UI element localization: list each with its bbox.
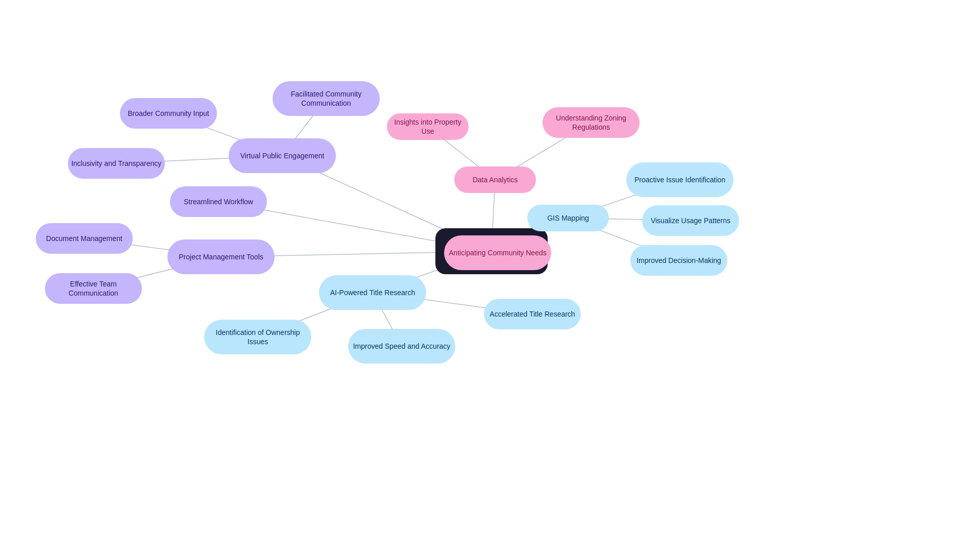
node-data_analytics[interactable]: Data Analytics — [454, 166, 536, 193]
node-broader_community_input[interactable]: Broader Community Input — [120, 98, 217, 129]
node-improved_decision_making[interactable]: Improved Decision-Making — [630, 245, 727, 276]
node-accelerated_title_research[interactable]: Accelerated Title Research — [484, 299, 581, 329]
node-project_management_tools[interactable]: Project Management Tools — [167, 239, 275, 274]
node-label-effective_team_communication: Effective Team Communication — [45, 279, 142, 298]
node-streamlined_workflow[interactable]: Streamlined Workflow — [170, 186, 267, 217]
node-label-project_management_tools: Project Management Tools — [177, 252, 265, 261]
node-visualize_usage_patterns[interactable]: Visualize Usage Patterns — [642, 205, 739, 236]
node-document_management[interactable]: Document Management — [36, 223, 133, 254]
node-label-facilitated_community_communication: Facilitated Community Communication — [273, 89, 380, 108]
node-label-identification_of_ownership_issues: Identification of Ownership Issues — [204, 328, 311, 346]
node-label-inclusivity_and_transparency: Inclusivity and Transparency — [69, 159, 164, 168]
node-label-virtual_public_engagement: Virtual Public Engagement — [238, 151, 327, 160]
node-label-improved_speed_and_accuracy: Improved Speed and Accuracy — [351, 342, 453, 351]
node-label-broader_community_input: Broader Community Input — [126, 109, 211, 118]
node-label-ai_powered_title_research: AI-Powered Title Research — [328, 288, 418, 297]
node-label-understanding_zoning_regulations: Understanding Zoning Regulations — [543, 113, 640, 132]
node-label-anticipating_community_needs: Anticipating Community Needs — [447, 248, 548, 257]
node-label-streamlined_workflow: Streamlined Workflow — [182, 197, 255, 206]
node-anticipating_community_needs[interactable]: Anticipating Community Needs — [444, 235, 551, 270]
node-virtual_public_engagement[interactable]: Virtual Public Engagement — [229, 138, 336, 173]
node-inclusivity_and_transparency[interactable]: Inclusivity and Transparency — [68, 148, 165, 179]
node-label-data_analytics: Data Analytics — [471, 175, 520, 184]
node-label-proactive_issue_identification: Proactive Issue Identification — [632, 175, 727, 184]
node-ai_powered_title_research[interactable]: AI-Powered Title Research — [319, 275, 426, 310]
node-improved_speed_and_accuracy[interactable]: Improved Speed and Accuracy — [348, 329, 455, 364]
node-identification_of_ownership_issues[interactable]: Identification of Ownership Issues — [204, 320, 311, 354]
mindmap-container: Role of Technology in Streamlining Entit… — [0, 0, 980, 553]
node-effective_team_communication[interactable]: Effective Team Communication — [45, 273, 142, 304]
node-proactive_issue_identification[interactable]: Proactive Issue Identification — [626, 162, 733, 197]
node-insights_into_property_use[interactable]: Insights into Property Use — [387, 113, 469, 140]
node-facilitated_community_communication[interactable]: Facilitated Community Communication — [273, 81, 380, 116]
node-gis_mapping[interactable]: GIS Mapping — [527, 205, 609, 231]
connections-svg — [0, 0, 980, 553]
node-label-document_management: Document Management — [44, 234, 124, 243]
node-label-improved_decision_making: Improved Decision-Making — [634, 256, 723, 265]
node-understanding_zoning_regulations[interactable]: Understanding Zoning Regulations — [543, 107, 640, 138]
node-label-visualize_usage_patterns: Visualize Usage Patterns — [649, 216, 732, 225]
node-label-gis_mapping: GIS Mapping — [545, 213, 591, 223]
node-label-insights_into_property_use: Insights into Property Use — [387, 117, 469, 136]
node-label-accelerated_title_research: Accelerated Title Research — [487, 309, 577, 319]
